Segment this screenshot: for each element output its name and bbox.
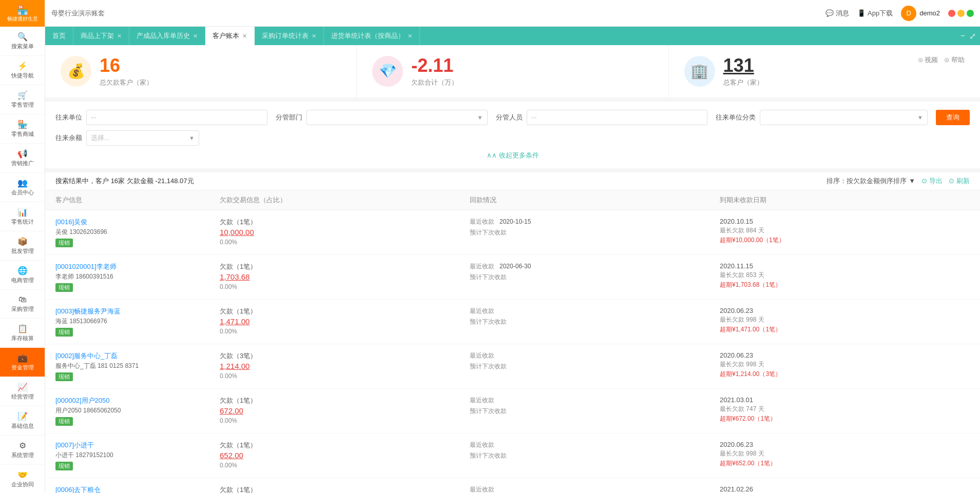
due-overdue-3[interactable]: 超期¥1,214.00（3笔） [720,370,970,379]
window-minimize[interactable] [957,10,965,17]
customer-name-3[interactable]: [0002]服务中心_丁磊 [55,352,118,360]
due-overdue-0[interactable]: 超期¥10,000.00（1笔） [720,236,970,245]
dept-select[interactable]: ▼ [306,110,488,125]
sidebar-item-marketing[interactable]: 📢营销推广 [0,144,45,173]
sidebar-item-enterprise[interactable]: 🤝企业协同 [0,465,45,493]
sidebar-item-retail_mall[interactable]: 🏪零售商城 [0,114,45,144]
sidebar-item-quick_nav[interactable]: ⚡快捷导航 [0,56,45,85]
customer-name-2[interactable]: [0003]畅捷服务尹海蓝 [55,307,121,315]
due-overdue-5[interactable]: 超期¥652.00（1笔） [720,459,970,468]
sidebar-item-purchase[interactable]: 🛍采购管理 [0,290,45,319]
tabs-minimize-icon[interactable]: − [960,31,965,41]
debt-pct-2: 0.00% [220,328,470,335]
sidebar-item-retail_stats[interactable]: 📊零售统计 [0,202,45,231]
tab-goods_shelf[interactable]: 商品上下架✕ [73,27,129,45]
search-button[interactable]: 查询 [936,110,970,125]
sidebar-item-inventory[interactable]: 📋库存核算 [0,319,45,348]
customer-tag-0: 现销 [55,239,73,247]
tabs-expand-icon[interactable]: ⤢ [969,31,976,41]
due-cell-6: 2021.02.26 最长欠款 750 天 超期¥455.90（1笔） [720,485,970,493]
repay-last-1: 最近收款 2020-06-30 [470,262,720,271]
video-btn[interactable]: ⊙ 视频 [918,55,938,65]
results-amount-label: 欠款金额 [127,177,153,185]
tab-product_history[interactable]: 产成品入库单历史✕ [129,27,205,45]
help-btn[interactable]: ⊙ 帮助 [944,55,965,65]
tab-customer_account[interactable]: 客户账本✕ [205,27,255,45]
sidebar-label-retail_mgmt: 零售管理 [3,101,42,109]
tab-close-customer_account[interactable]: ✕ [242,33,247,40]
stat-icon-diamond: 💎 [372,56,403,87]
customer-name-0[interactable]: [0016]吴俊 [55,218,87,226]
topbar-subtitle: 母婴行业演示账套 [51,9,105,18]
sidebar-item-search[interactable]: 🔍搜索菜单 [0,27,45,56]
customer-tag-4: 现销 [55,417,73,426]
customer-name-6[interactable]: [0006]去下粮仓 [55,486,101,493]
customer-name-5[interactable]: [0007]小进干 [55,441,94,449]
tab-close-purchase_stats[interactable]: ✕ [312,33,316,40]
sidebar-label-search: 搜索菜单 [3,43,42,50]
customer-cell-4: [000002]用户2050 用户2050 18665062050 现销 [55,396,220,426]
customer-cell-5: [0007]小进干 小进干 18279152100 现销 [55,441,220,470]
balance-select[interactable]: 选择... ▼ [86,130,199,146]
dept-chevron-icon: ▼ [477,114,483,121]
quick_nav-icon: ⚡ [17,62,28,70]
refresh-btn[interactable]: ⊙ 刷新 [949,176,970,186]
sidebar-item-finance[interactable]: 💼资金管理 [0,348,45,377]
debt-amount-3[interactable]: 1,214.00 [220,362,470,370]
repay-last-3: 最近收款 [470,351,720,360]
username: demo2 [919,9,940,17]
user-menu[interactable]: D demo2 [901,6,940,21]
collapse-btn[interactable]: ∧∧ 收起更多条件 [55,151,970,160]
export-icon: ⊙ [921,177,927,185]
sidebar-item-system[interactable]: ⚙系统管理 [0,436,45,465]
window-maximize[interactable] [967,10,974,17]
customer-name-4[interactable]: [000002]用户2050 [55,397,110,404]
debt-amount-5[interactable]: 652.00 [220,451,470,460]
tab-home[interactable]: 首页 [45,27,73,45]
tab-label-goods_shelf: 商品上下架 [81,31,114,41]
tab-incoming_stats[interactable]: 进货单统计表（按商品）✕ [324,27,420,45]
table-header-3: 到期未收款日期 [720,195,970,205]
tab-close-goods_shelf[interactable]: ✕ [117,33,122,40]
filter-balance-label: 往来余额 [55,133,82,143]
refresh-label: 刷新 [956,176,970,186]
tabs-bar: 首页商品上下架✕产成品入库单历史✕客户账本✕采购订单统计表✕进货单统计表（按商品… [45,27,980,45]
sidebar-item-ecommerce[interactable]: 🌐电商管理 [0,261,45,290]
debt-cell-2: 欠款（1笔） 1,471.00 0.00% [220,307,470,335]
due-overdue-1[interactable]: 超期¥1,703.68（1笔） [720,281,970,289]
window-close[interactable] [948,10,955,17]
operation-icon: 📈 [17,383,28,391]
sidebar-label-ecommerce: 电商管理 [3,277,42,284]
export-btn[interactable]: ⊙ 导出 [921,176,943,186]
message-btn[interactable]: 💬 消息 [825,9,849,18]
sidebar-item-retail_mgmt[interactable]: 🛒零售管理 [0,85,45,114]
tab-close-incoming_stats[interactable]: ✕ [408,33,412,40]
due-date-0: 2020.10.15 [720,218,970,225]
repay-last-5: 最近收款 [470,441,720,449]
table-row: [0016]吴俊 吴俊 13026203696 现销 欠款（1笔） 10,000… [45,210,980,255]
due-max-5: 最长欠款 998 天 [720,449,970,458]
supplier-input[interactable]: ··· [86,110,267,125]
debt-amount-2[interactable]: 1,471.00 [220,317,470,326]
due-max-1: 最长欠款 853 天 [720,271,970,280]
debt-amount-4[interactable]: 672.00 [220,406,470,415]
sidebar-item-batch_mgmt[interactable]: 📦批发管理 [0,231,45,261]
repay-cell-4: 最近收款 预计下次收款 [470,396,720,416]
sidebar-item-operation[interactable]: 📈经营管理 [0,377,45,406]
due-overdue-2[interactable]: 超期¥1,471.00（1笔） [720,325,970,334]
topbar-right: 💬 消息 📱 App下载 D demo2 [825,6,974,21]
customer-name-1[interactable]: [0001020001]李老师 [55,263,117,270]
sort-btn[interactable]: 排序：按欠款金额倒序排序 ▼ [827,176,915,186]
tab-purchase_stats[interactable]: 采购订单统计表✕ [255,27,324,45]
debt-amount-1[interactable]: 1,703.68 [220,272,470,281]
due-overdue-4[interactable]: 超期¥672.00（1笔） [720,415,970,423]
app-download-btn[interactable]: 📱 App下载 [857,9,893,18]
tab-close-product_history[interactable]: ✕ [193,33,198,40]
sidebar-item-member[interactable]: 👥会员中心 [0,173,45,202]
debt-amount-0[interactable]: 10,000.00 [220,228,470,236]
tab-label-product_history: 产成品入库单历史 [137,31,190,41]
sidebar-item-basic_info[interactable]: 📝基础信息 [0,406,45,436]
category-select[interactable]: ▼ [760,110,928,125]
person-input[interactable]: ··· [527,110,708,125]
customer-phone-4: 用户2050 18665062050 [55,406,220,415]
